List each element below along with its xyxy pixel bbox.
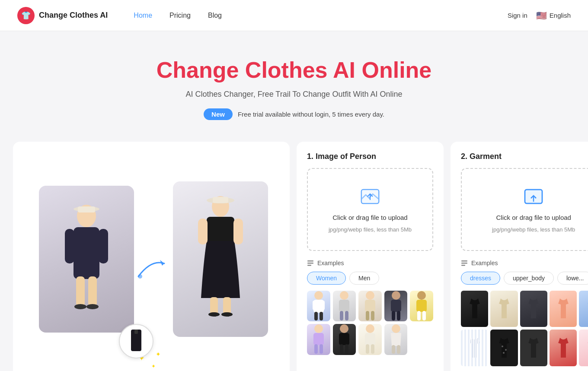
svg-rect-35	[314, 312, 318, 320]
nav-blog[interactable]: Blog	[208, 12, 222, 19]
garment-example-9[interactable]	[550, 330, 577, 366]
svg-rect-64	[371, 344, 374, 354]
showcase-panel: ✦ ✦ ✦ Showcase of Change Clothes AI	[13, 142, 290, 371]
svg-rect-18	[210, 297, 218, 314]
person-example-2[interactable]	[333, 291, 356, 321]
svg-rect-30	[307, 265, 311, 266]
person-panel: 1. Image of Person Click or drag file to…	[297, 142, 444, 371]
hero-subtitle: AI Clothes Changer, Free Trail To Change…	[9, 90, 579, 99]
svg-rect-72	[461, 265, 465, 266]
svg-rect-28	[307, 260, 313, 262]
svg-rect-5	[99, 229, 108, 263]
garment-upload-zone[interactable]: Click or drag file to upload jpg/png/web…	[461, 168, 588, 251]
svg-rect-14	[213, 197, 228, 203]
svg-rect-70	[461, 260, 467, 262]
sign-in-button[interactable]: Sign in	[508, 12, 527, 19]
svg-rect-36	[320, 312, 323, 320]
garment-tab-dresses[interactable]: dresses	[461, 272, 500, 285]
svg-rect-59	[340, 344, 343, 354]
garment-example-4[interactable]	[550, 291, 577, 327]
svg-rect-22	[215, 313, 216, 317]
garment-upload-icon	[523, 186, 544, 209]
svg-rect-39	[340, 311, 343, 320]
svg-point-53	[314, 324, 323, 333]
person-example-7[interactable]	[333, 324, 356, 355]
svg-rect-42	[365, 300, 375, 312]
svg-rect-34	[321, 301, 325, 310]
garment-example-1[interactable]	[461, 291, 488, 327]
garment-examples-label: Examples	[471, 260, 498, 266]
nav-home[interactable]: Home	[134, 12, 152, 19]
svg-rect-46	[391, 300, 401, 312]
showcase-inner: ✦ ✦ ✦	[26, 177, 277, 371]
svg-rect-33	[313, 301, 316, 310]
svg-rect-40	[345, 311, 348, 320]
model-before	[39, 186, 134, 333]
person-example-8[interactable]	[358, 324, 382, 355]
svg-rect-71	[461, 263, 467, 264]
svg-rect-3	[74, 227, 99, 279]
svg-rect-43	[366, 311, 369, 320]
garment-panel-title: 2. Garment	[461, 152, 588, 161]
svg-point-21	[221, 312, 233, 317]
svg-rect-55	[314, 344, 318, 354]
svg-point-76	[505, 349, 507, 351]
model-after	[173, 181, 268, 337]
svg-rect-48	[397, 311, 400, 320]
garment-tab-lower[interactable]: lowe...	[557, 272, 588, 285]
svg-rect-2	[78, 206, 95, 212]
garment-example-6[interactable]	[461, 330, 488, 366]
svg-rect-4	[65, 229, 74, 263]
garment-example-2[interactable]	[490, 291, 518, 327]
person-example-6[interactable]	[307, 324, 330, 355]
filter-men[interactable]: Men	[349, 272, 379, 285]
language-selector[interactable]: 🇺🇸 English	[536, 10, 571, 21]
garment-examples-title: Examples	[461, 260, 588, 266]
logo-link[interactable]: 👕 Change Clothes AI	[17, 7, 108, 24]
svg-rect-7	[88, 276, 97, 307]
svg-rect-25	[134, 330, 138, 334]
nav-pricing[interactable]: Pricing	[169, 12, 191, 19]
svg-rect-67	[397, 345, 400, 354]
person-example-3[interactable]	[358, 291, 382, 321]
svg-point-20	[208, 312, 220, 317]
garment-example-7[interactable]	[490, 330, 518, 366]
garment-bubble	[119, 324, 153, 358]
svg-rect-47	[392, 311, 395, 320]
garment-filter-tabs: dresses upper_body lowe... ...	[461, 272, 588, 285]
transition-arrow	[134, 255, 169, 282]
logo-icon: 👕	[17, 7, 35, 24]
app-name: Change Clothes AI	[39, 11, 108, 20]
person-example-grid-row2	[307, 324, 433, 355]
svg-point-61	[366, 324, 374, 333]
person-example-1[interactable]	[307, 291, 330, 321]
svg-point-57	[340, 324, 348, 333]
svg-rect-17	[233, 219, 243, 244]
svg-point-41	[366, 291, 374, 300]
person-example-grid-row1	[307, 291, 433, 321]
sparkle-3: ✦	[156, 351, 161, 358]
garment-example-8[interactable]	[520, 330, 547, 366]
person-upload-icon	[360, 186, 380, 209]
header-right: Sign in 🇺🇸 English	[508, 10, 571, 21]
garment-example-5[interactable]	[579, 291, 588, 327]
language-label: English	[550, 12, 571, 19]
person-example-4[interactable]	[384, 291, 408, 321]
garment-example-10[interactable]	[579, 330, 588, 366]
person-examples-title: Examples	[307, 260, 433, 266]
person-example-9[interactable]	[384, 324, 408, 355]
garment-upload-text: Click or drag file to upload	[496, 214, 571, 221]
garment-tab-upper[interactable]: upper_body	[504, 272, 554, 285]
person-upload-hint: jpg/png/webp files, less than 5Mb	[329, 226, 412, 233]
svg-point-8	[74, 304, 86, 309]
new-badge: New	[204, 108, 233, 120]
svg-point-49	[417, 291, 426, 300]
person-example-5[interactable]	[410, 291, 433, 321]
svg-rect-56	[320, 344, 323, 354]
garment-example-3[interactable]	[520, 291, 547, 327]
sparkle-2: ✦	[151, 363, 156, 369]
svg-rect-23	[228, 313, 229, 317]
filter-women[interactable]: Women	[307, 272, 346, 285]
person-upload-zone[interactable]: Click or drag file to upload jpg/png/web…	[307, 168, 433, 251]
examples-label: Examples	[317, 260, 344, 266]
